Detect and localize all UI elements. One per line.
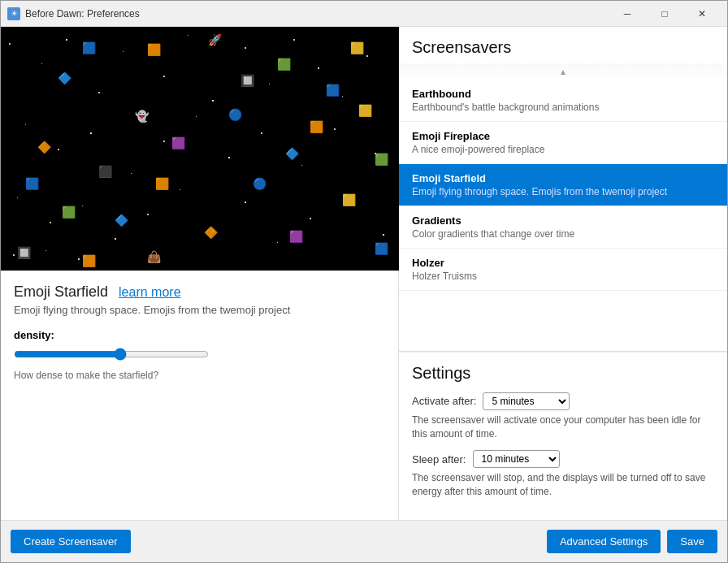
preview-star: [261, 132, 262, 134]
selected-screensaver-description: Emoji flying through space. Emojis from …: [14, 304, 385, 316]
preview-star: [123, 51, 124, 52]
learn-more-link[interactable]: learn more: [119, 285, 180, 299]
advanced-settings-button[interactable]: Advanced Settings: [547, 530, 661, 553]
preview-star: [301, 165, 302, 166]
preview-emoji: ⬛: [98, 165, 112, 178]
preview-emoji: 🔷: [115, 214, 128, 227]
main-content: 🚀👻🏔🟧🟦🟨🔲🟩🔵🔷🟦🟧🟨🔶🟪🔷🟩⬛🟦🟧🔵🟨🟩🔷🔶🟪🟦🔲🟧👜 Emoji Sta…: [1, 27, 727, 520]
scroll-indicator: ▲: [399, 63, 727, 80]
preview-star: [147, 214, 149, 215]
preview-emoji: 🟦: [375, 242, 388, 255]
screensaver-list-item[interactable]: Earthbound Earthbound's battle backgroun…: [399, 80, 727, 122]
preview-star: [163, 141, 165, 142]
density-slider[interactable]: [14, 348, 209, 361]
screensavers-section: Screensavers ▲ Earthbound Earthbound's b…: [399, 27, 727, 352]
preview-emoji: 🔷: [285, 147, 299, 160]
titlebar: ☀ Before Dawn: Preferences ─ □ ✕: [1, 1, 727, 27]
screensaver-list-item[interactable]: Holzer Holzer Truisms: [399, 249, 727, 291]
save-button[interactable]: Save: [667, 530, 717, 553]
screensaver-list-item[interactable]: Gradients Color gradients that change ov…: [399, 206, 727, 249]
info-section: Emoji Starfield learn more Emoji flying …: [1, 271, 398, 520]
preview-star: [293, 39, 295, 41]
preview-star: [41, 63, 42, 64]
preview-emoji: 🟪: [171, 136, 185, 149]
screensaver-item-description: Color gradients that change over time: [412, 228, 714, 240]
preview-area: 🚀👻🏔🟧🟦🟨🔲🟩🔵🔷🟦🟧🟨🔶🟪🔷🟩⬛🟦🟧🔵🟨🟩🔷🔶🟪🟦🔲🟧👜: [1, 27, 399, 271]
preview-emoji: 🟨: [350, 41, 364, 54]
maximize-button[interactable]: □: [646, 1, 683, 27]
app-window: ☀ Before Dawn: Preferences ─ □ ✕ 🚀👻🏔🟧🟦🟨🔲…: [0, 0, 728, 563]
preview-star: [66, 39, 67, 41]
preview-star: [310, 218, 311, 219]
screensaver-list-item[interactable]: Emoji Fireplace A nice emoji-powered fir…: [399, 122, 727, 164]
preview-star: [228, 157, 230, 158]
preview-star: [277, 242, 278, 243]
preview-emoji: 🔲: [240, 74, 254, 87]
preview-star: [46, 250, 46, 251]
sleep-note: The screensaver will stop, and the displ…: [412, 471, 714, 499]
footer-left: Create Screensaver: [11, 530, 131, 553]
preview-star: [196, 116, 197, 117]
sleep-select[interactable]: 1 minute5 minutes10 minutes15 minutes30 …: [473, 450, 560, 468]
selected-screensaver-title: Emoji Starfield learn more: [14, 284, 385, 301]
screensaver-item-name: Gradients: [412, 214, 714, 227]
preview-star: [115, 238, 116, 240]
preview-emoji: 🚀: [208, 33, 222, 46]
preview-star: [58, 149, 59, 150]
preview-star: [318, 67, 319, 69]
screensavers-title: Screensavers: [399, 27, 727, 63]
preview-emoji: 🟪: [289, 230, 303, 243]
preview-star: [163, 76, 165, 77]
preview-emoji: 🔶: [204, 226, 218, 239]
screensaver-item-name: Emoji Starfield: [412, 172, 714, 184]
preview-star: [180, 189, 180, 190]
preview-emoji: 🔲: [17, 246, 31, 259]
screensavers-list[interactable]: Earthbound Earthbound's battle backgroun…: [399, 80, 727, 351]
preview-emoji: 👻: [135, 110, 149, 123]
preview-emoji: 🟦: [82, 41, 96, 54]
settings-section: Settings Activate after: 1 minute2 minut…: [399, 352, 727, 520]
settings-title: Settings: [412, 364, 714, 383]
preview-star: [245, 201, 246, 203]
preview-emoji: 🟧: [310, 120, 323, 133]
screensaver-item-description: A nice emoji-powered fireplace: [412, 144, 714, 155]
preview-star: [188, 35, 188, 36]
footer: Create Screensaver Advanced Settings Sav…: [1, 520, 727, 562]
preview-star: [212, 100, 214, 102]
preview-emoji: 🏔: [135, 69, 146, 82]
preview-star: [98, 92, 100, 93]
minimize-button[interactable]: ─: [609, 1, 646, 27]
preview-star: [90, 132, 92, 134]
density-label: density:: [14, 329, 385, 341]
create-screensaver-button[interactable]: Create Screensaver: [11, 530, 131, 553]
preview-emoji: 🟨: [342, 193, 356, 206]
preview-emoji: 🔶: [37, 141, 51, 154]
screensaver-item-name: Holzer: [412, 257, 714, 269]
activate-select[interactable]: 1 minute2 minutes5 minutes10 minutes15 m…: [483, 392, 570, 410]
preview-star: [13, 254, 15, 256]
screensaver-item-description: Earthbound's battle background animation…: [412, 102, 714, 113]
preview-emoji: 🔵: [228, 108, 242, 121]
preview-emoji: 🟩: [277, 58, 291, 71]
preview-star: [342, 96, 343, 97]
activate-label: Activate after:: [412, 395, 476, 407]
preview-star: [269, 84, 270, 84]
screensaver-item-name: Earthbound: [412, 88, 714, 100]
preview-emoji: 🟩: [62, 206, 76, 219]
preview-star: [9, 43, 11, 45]
right-panel: Screensavers ▲ Earthbound Earthbound's b…: [399, 27, 727, 520]
screensaver-list-item[interactable]: Emoji Starfield Emoji flying through spa…: [399, 164, 727, 206]
preview-emoji: 🟧: [82, 254, 96, 267]
preview-emoji: 🔵: [253, 177, 266, 190]
preview-star: [25, 124, 26, 125]
screensaver-item-description: Holzer Truisms: [412, 271, 714, 282]
activate-row: Activate after: 1 minute2 minutes5 minut…: [412, 392, 714, 410]
window-controls: ─ □ ✕: [609, 1, 721, 27]
app-icon: ☀: [7, 7, 20, 20]
preview-star: [17, 197, 18, 198]
sleep-label: Sleep after:: [412, 453, 466, 466]
preview-emoji: 🟧: [155, 177, 169, 190]
preview-star: [366, 55, 368, 57]
density-hint: How dense to make the starfield?: [14, 370, 385, 381]
close-button[interactable]: ✕: [683, 1, 721, 27]
